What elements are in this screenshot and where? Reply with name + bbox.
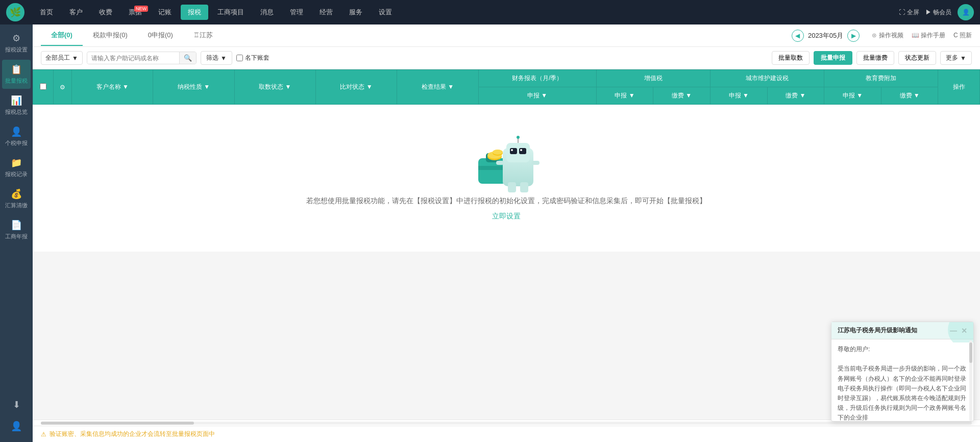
svg-point-15 <box>517 136 520 139</box>
scroll-thumb[interactable] <box>41 422 194 425</box>
table-subheader-edu-pay: 缴费 ▼ <box>881 87 938 105</box>
batch-fetch-button[interactable]: 批量取数 <box>772 51 810 65</box>
sidebar-label-personal-tax: 个税申报 <box>5 139 28 147</box>
sidebar-label-tax-records: 报税记录 <box>5 170 28 178</box>
user-profile-icon: 👤 <box>11 421 22 432</box>
app-logo[interactable]: 🌿 <box>6 3 24 21</box>
nav-home[interactable]: 首页 <box>33 5 60 20</box>
tab-all[interactable]: 全部(0) <box>41 26 83 46</box>
sidebar-item-tax-settle[interactable]: 💰 汇算清缴 <box>2 184 31 213</box>
sidebar-bottom: ⬇ 👤 <box>2 395 31 436</box>
svg-rect-10 <box>510 148 517 154</box>
table-header-operation: 操作 <box>938 70 980 105</box>
more-label: 更多 <box>946 54 958 62</box>
empty-message: 若您想使用批量报税功能，请先在【报税设置】中进行报税的初始化设置，完成密码验证和… <box>306 197 706 206</box>
svg-rect-17 <box>532 161 540 165</box>
notification-scrollbar-thumb[interactable] <box>969 342 972 363</box>
fullscreen-btn[interactable]: ⛶ 全屏 <box>899 8 919 17</box>
sidebar-item-tax-records[interactable]: 📁 报税记录 <box>2 153 31 182</box>
notification-scrollbar[interactable] <box>969 340 972 421</box>
notification-corner-decoration <box>943 322 973 342</box>
tab-bar: 全部(0) 税款申报(0) 0申报(0) ♖江苏 ◀ 2023年05月 ▶ ⊙ … <box>33 24 980 47</box>
sidebar-item-tax-overview[interactable]: 📊 报税总览 <box>2 91 31 120</box>
svg-rect-12 <box>511 149 513 151</box>
table-header-education-tax: 教育费附加 <box>824 70 938 87</box>
tab-tax-declare[interactable]: 税款申报(0) <box>83 26 138 46</box>
employee-select-label: 全部员工 <box>45 54 70 62</box>
filter-button[interactable]: 筛选 ▼ <box>201 51 232 65</box>
tax-settle-icon: 💰 <box>11 188 22 200</box>
search-button[interactable]: 🔍 <box>179 52 196 64</box>
operation-manual-btn[interactable]: 📖 操作手册 <box>912 31 945 40</box>
member-btn[interactable]: ▶ 畅会员 <box>925 8 951 17</box>
status-update-button[interactable]: 状态更新 <box>898 51 936 65</box>
bottom-bar: ⚠ 验证账密、采集信息均成功的企业才会流转至批量报税页面中 <box>33 426 980 442</box>
table-header-financial-report: 财务报表（月/季） <box>478 70 596 87</box>
tab-zero-declare[interactable]: 0申报(0) <box>138 26 183 46</box>
nav-customer[interactable]: 客户 <box>62 5 90 20</box>
svg-rect-19 <box>520 182 528 192</box>
sidebar-item-annual-report[interactable]: 📄 工商年报 <box>2 215 31 244</box>
month-navigation: ◀ 2023年05月 ▶ <box>792 30 860 42</box>
batch-declare-button[interactable]: 批量申报 <box>814 51 852 65</box>
sidebar-label-tax-settle: 汇算清缴 <box>5 202 28 209</box>
sidebar-item-download[interactable]: ⬇ <box>2 395 31 414</box>
nav-message[interactable]: 消息 <box>253 5 281 20</box>
svg-rect-18 <box>508 182 516 192</box>
notification-title: 江苏电子税务局升级影响通知 <box>838 326 917 335</box>
table-subheader-vat-declare: 申报 ▼ <box>596 87 653 105</box>
filter-label: 筛选 <box>206 54 218 62</box>
svg-rect-11 <box>519 148 526 154</box>
tab-region[interactable]: ♖江苏 <box>183 26 223 46</box>
tax-overview-icon: 📊 <box>11 95 22 106</box>
sidebar-item-personal-tax[interactable]: 👤 个税申报 <box>2 122 31 151</box>
nav-settings[interactable]: 设置 <box>372 5 399 20</box>
scroll-track <box>41 422 972 425</box>
svg-rect-9 <box>506 143 530 162</box>
table-header-city-tax: 城市维护建设税 <box>710 70 824 87</box>
download-icon: ⬇ <box>13 399 20 410</box>
sub-account-checkbox[interactable] <box>236 55 243 61</box>
tab-right-actions: ⊙ 操作视频 📖 操作手册 C 照新 <box>872 31 972 40</box>
sidebar-label-tax-settings: 报税设置 <box>5 46 28 54</box>
left-sidebar: ⚙ 报税设置 📋 批量报税 📊 报税总览 👤 个税申报 📁 报税记录 💰 汇算清… <box>0 24 33 442</box>
batch-pay-button[interactable]: 批量缴费 <box>856 51 894 65</box>
employee-select[interactable]: 全部员工 ▼ <box>41 51 83 65</box>
chevron-down-icon: ▼ <box>72 55 78 62</box>
nav-bookkeeping[interactable]: 记账 <box>151 5 179 20</box>
sidebar-item-batch-tax[interactable]: 📋 批量报税 <box>2 60 31 89</box>
new-badge: NEW <box>134 6 148 12</box>
svg-point-6 <box>493 150 503 155</box>
table-subheader-city-declare: 申报 ▼ <box>710 87 767 105</box>
more-button[interactable]: 更多 ▼ <box>940 51 972 65</box>
nav-service[interactable]: 服务 <box>342 5 370 20</box>
table-subheader-financial-declare: 申报 ▼ <box>478 87 596 105</box>
search-input[interactable] <box>87 53 179 64</box>
nav-invoice[interactable]: 票据 NEW <box>121 5 149 20</box>
select-all-checkbox[interactable] <box>40 83 46 90</box>
nav-operation[interactable]: 经营 <box>312 5 340 20</box>
current-month: 2023年05月 <box>808 31 843 40</box>
user-avatar[interactable]: 👤 <box>958 4 974 20</box>
sub-account-label: 名下账套 <box>245 54 270 62</box>
nav-fee[interactable]: 收费 <box>92 5 119 20</box>
next-month-button[interactable]: ▶ <box>847 30 860 42</box>
operation-video-btn[interactable]: ⊙ 操作视频 <box>872 31 903 40</box>
table-header-fetch-status: 取数状态 ▼ <box>234 70 315 105</box>
prev-month-button[interactable]: ◀ <box>792 30 804 42</box>
sub-account-checkbox-label[interactable]: 名下账套 <box>236 54 270 62</box>
refresh-btn[interactable]: C 照新 <box>953 31 972 40</box>
nav-business[interactable]: 工商项目 <box>210 5 251 20</box>
setup-link[interactable]: 立即设置 <box>492 212 521 221</box>
warning-icon: ⚠ <box>41 431 46 438</box>
search-wrapper: 🔍 <box>87 52 197 64</box>
nav-manage[interactable]: 管理 <box>283 5 310 20</box>
notification-popup: 江苏电子税务局升级影响通知 — ✕ 尊敬的用户: 受当前电子税务局进一步升级的影… <box>831 322 974 422</box>
nav-tax[interactable]: 报税 <box>181 5 208 20</box>
tax-records-icon: 📁 <box>11 157 22 168</box>
data-table: ⚙ 客户名称 ▼ 纳税性质 ▼ 取数状态 ▼ 比对状态 ▼ 检查结果 ▼ <box>33 69 980 252</box>
sidebar-item-tax-settings[interactable]: ⚙ 报税设置 <box>2 29 31 58</box>
nav-right-actions: ⛶ 全屏 ▶ 畅会员 👤 <box>899 4 974 20</box>
sidebar-item-user-profile[interactable]: 👤 <box>2 416 31 436</box>
notification-text: 尊敬的用户: 受当前电子税务局进一步升级的影响，同一个政务网账号（办税人）名下的… <box>838 345 967 421</box>
